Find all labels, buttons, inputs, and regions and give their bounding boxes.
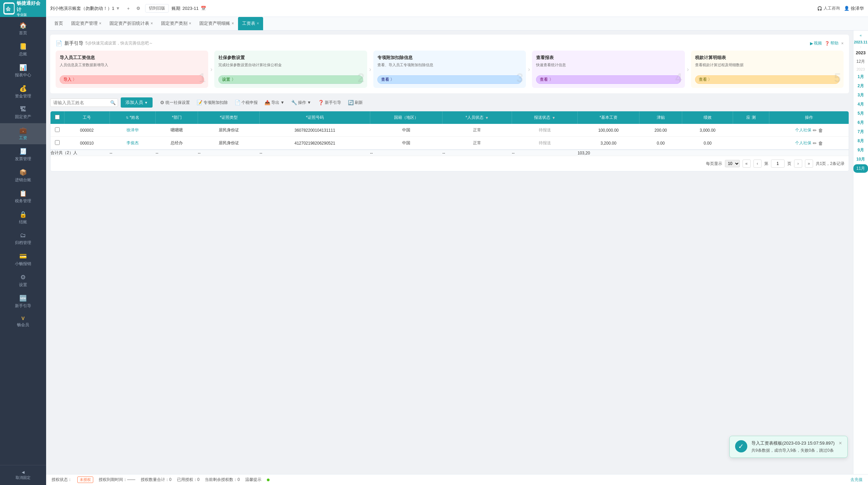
row-checkbox-cell-2[interactable] xyxy=(51,137,64,150)
unpin-button[interactable]: ◀ 取消固定 xyxy=(3,468,43,482)
go-charge-link[interactable]: 去充值 xyxy=(850,477,863,483)
year-panel-collapse[interactable]: « xyxy=(860,32,862,39)
period-selector[interactable]: 账期 2023-11 📅 xyxy=(172,5,206,12)
add-account-button[interactable]: ＋ xyxy=(124,4,132,13)
popup-close-button[interactable]: × xyxy=(839,440,842,446)
report-filter-icon[interactable]: ▼ xyxy=(552,116,556,120)
tab-salary[interactable]: 工资表 × xyxy=(238,17,263,30)
sidebar-item-settings[interactable]: ⚙ 设置 xyxy=(0,270,46,291)
emp-name-link-1[interactable]: 徐泽华 xyxy=(126,128,139,132)
month-7[interactable]: 7月 xyxy=(853,128,868,136)
delete-icon-2[interactable]: 🗑 xyxy=(818,141,823,146)
sidebar-item-member[interactable]: V 畅会员 xyxy=(0,312,46,331)
sidebar-item-ledger[interactable]: 📒 总账 xyxy=(0,39,46,60)
emp-name-cell-1[interactable]: 徐泽华 xyxy=(110,124,156,137)
month-10[interactable]: 10月 xyxy=(853,155,868,164)
tab-fixed-category[interactable]: 固定资产类别 × xyxy=(157,17,195,30)
last-page-button[interactable]: » xyxy=(805,160,813,168)
settings-button[interactable]: ⚙ xyxy=(134,4,142,13)
guide-step-3-title: 专项附加扣除信息 xyxy=(377,55,522,61)
user-menu[interactable]: 👤 徐泽华 xyxy=(844,5,864,12)
tab-fixed-category-close[interactable]: × xyxy=(189,21,191,26)
sidebar-item-salary[interactable]: 💼 工资 xyxy=(0,123,46,144)
social-security-button[interactable]: ⚙ 统一社保设置 xyxy=(158,98,192,107)
toolbar-actions: ⚙ 统一社保设置 📝 专项附加扣除 📄 个税申报 📤 导出 ▼ xyxy=(158,98,365,107)
emp-name-link-2[interactable]: 李俊杰 xyxy=(126,141,139,145)
guide-step-5-btn[interactable]: 查看 〉 xyxy=(695,75,840,84)
add-person-button[interactable]: 添加人员 ▼ xyxy=(121,97,153,108)
guide-step-1-btn[interactable]: 导入 〉 xyxy=(60,75,204,84)
guide-link-button[interactable]: ❓ 新手引导 xyxy=(316,98,343,107)
guide-video-link[interactable]: ▶ 视频 xyxy=(810,40,822,46)
footer-empty-1: -- xyxy=(110,150,156,156)
sidebar-item-sales[interactable]: 📦 进销台账 xyxy=(0,165,46,186)
guide-step-2-btn[interactable]: 设置 〉 xyxy=(218,75,363,84)
help-button[interactable]: 🎧 人工咨询 xyxy=(817,5,840,11)
refresh-button[interactable]: 🔄 刷新 xyxy=(346,98,365,107)
footer-empty-3: -- xyxy=(198,150,260,156)
month-2[interactable]: 2月 xyxy=(853,82,868,90)
sidebar-item-closing[interactable]: 🔒 结账 xyxy=(0,207,46,228)
switch-version-button[interactable]: 切到旧版 xyxy=(145,4,169,13)
current-page-input[interactable] xyxy=(771,160,785,168)
month-12[interactable]: 12月 xyxy=(853,57,868,66)
guide-help-link[interactable]: ❓ 帮助 xyxy=(825,40,839,46)
guide-step-4-btn[interactable]: 查看 〉 xyxy=(536,75,680,84)
sidebar-item-guide[interactable]: 🆕 新手引导 xyxy=(0,291,46,312)
tab-fixed-asset[interactable]: 固定资产管理 × xyxy=(67,17,105,30)
row-checkbox-1[interactable] xyxy=(55,127,60,132)
edit-icon-1[interactable]: ✏ xyxy=(813,128,817,133)
edit-icon-2[interactable]: ✏ xyxy=(813,141,817,146)
guide-step-3-btn[interactable]: 查看 〉 xyxy=(377,75,522,84)
month-11[interactable]: 11月 xyxy=(853,164,868,173)
popup-desc: 共9条数据，成功导入9条，失败0条，跳过0条 xyxy=(751,448,835,453)
tab-salary-close[interactable]: × xyxy=(257,21,259,26)
operation-icon: 🔧 xyxy=(291,100,297,105)
personal-social-btn-2[interactable]: 个人社保 xyxy=(795,140,811,146)
sidebar-item-reimbursement[interactable]: 💳 小畅报销 xyxy=(0,249,46,270)
tab-fixed-detail-close[interactable]: × xyxy=(232,21,234,26)
tab-home[interactable]: 首页 xyxy=(50,17,67,30)
sidebar-item-funds[interactable]: 💰 资金管理 xyxy=(0,81,46,102)
operation-arrow-icon: ▼ xyxy=(307,100,311,105)
month-8[interactable]: 8月 xyxy=(853,137,868,145)
month-4[interactable]: 4月 xyxy=(853,100,868,109)
tab-fixed-depreciation-close[interactable]: × xyxy=(151,21,153,26)
tab-fixed-depreciation[interactable]: 固定资产折旧统计表 × xyxy=(105,17,157,30)
sidebar-item-archive[interactable]: 🗂 归档管理 xyxy=(0,228,46,249)
sidebar-item-fixed[interactable]: 🏗 固定资产 xyxy=(0,102,46,123)
operation-button[interactable]: 🔧 操作 ▼ xyxy=(289,98,313,107)
month-5[interactable]: 5月 xyxy=(853,109,868,118)
refresh-icon: 🔄 xyxy=(348,100,354,105)
sidebar-item-expense[interactable]: 🧾 发票管理 xyxy=(0,144,46,165)
special-deduction-button[interactable]: 📝 专项附加扣除 xyxy=(195,98,230,107)
emp-name-cell-2[interactable]: 李俊杰 xyxy=(110,137,156,150)
tab-fixed-asset-close[interactable]: × xyxy=(99,21,101,26)
select-all-header[interactable] xyxy=(51,111,64,124)
status-filter-icon[interactable]: ▼ xyxy=(485,116,489,120)
guide-close-button[interactable]: × xyxy=(841,41,844,46)
search-input[interactable] xyxy=(53,100,110,105)
account-selector[interactable]: 刘小艳演示账套（勿删勿动！）1 ▼ xyxy=(50,5,120,12)
prev-page-button[interactable]: ‹ xyxy=(753,160,762,168)
tab-fixed-detail[interactable]: 固定资产明细账 × xyxy=(195,17,238,30)
base-salary-cell-2: 3,200.00 xyxy=(577,137,639,150)
tax-report-button[interactable]: 📄 个税申报 xyxy=(233,98,260,107)
first-page-button[interactable]: « xyxy=(743,160,751,168)
delete-icon-1[interactable]: 🗑 xyxy=(818,128,823,133)
sidebar-item-home[interactable]: 🏠 首页 xyxy=(0,18,46,39)
sidebar-item-label: 结账 xyxy=(19,219,27,225)
next-page-button[interactable]: › xyxy=(794,160,802,168)
sidebar-item-reports[interactable]: 📊 报表中心 xyxy=(0,60,46,81)
export-button[interactable]: 📤 导出 ▼ xyxy=(262,98,287,107)
month-9[interactable]: 9月 xyxy=(853,146,868,154)
select-all-checkbox[interactable] xyxy=(55,115,60,119)
row-checkbox-2[interactable] xyxy=(55,140,60,145)
row-checkbox-cell-1[interactable] xyxy=(51,124,64,137)
month-6[interactable]: 6月 xyxy=(853,118,868,127)
sidebar-item-tax[interactable]: 📋 税务管理 xyxy=(0,186,46,207)
month-3[interactable]: 3月 xyxy=(853,91,868,99)
month-1[interactable]: 1月 xyxy=(853,73,868,81)
per-page-select[interactable]: 10 20 50 xyxy=(725,160,740,167)
personal-social-btn-1[interactable]: 个人社保 xyxy=(795,127,811,133)
